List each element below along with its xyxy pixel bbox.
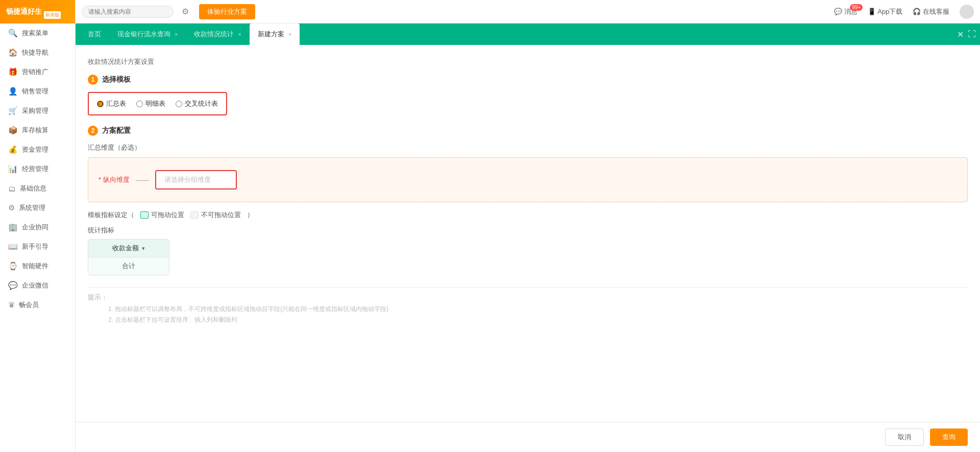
col-dropdown-arrow[interactable]: ▾ [142, 245, 145, 252]
member-icon: ♛ [8, 300, 15, 310]
tab-bank-flow[interactable]: 现金银行流水查询× [109, 23, 186, 45]
sidebar: 畅捷通好生 标准版 🔍搜索菜单🏠快捷导航🎁营销推广👤销售管理🛒采购管理📦库存核算… [0, 0, 76, 452]
content-inner: 收款情况统计方案设置 1 选择模板 汇总表明细表交叉统计表 2 方案配置 汇总维… [76, 45, 980, 422]
search-menu-icon: 🔍 [8, 29, 18, 38]
business-icon: 📊 [8, 164, 18, 174]
maximize-window-icon[interactable]: ⛶ [968, 30, 976, 39]
weixin-icon: 💬 [8, 281, 18, 290]
sidebar-item-finance[interactable]: 💰资金管理 [0, 140, 75, 159]
guide-icon: 📖 [8, 242, 18, 251]
dimension-section-title: 汇总维度（必选） [88, 143, 968, 152]
user-avatar[interactable] [960, 5, 974, 19]
tips-title: 提示： [88, 293, 968, 302]
query-button[interactable]: 查询 [930, 429, 968, 446]
tab-new-plan[interactable]: 新建方案× [250, 23, 300, 45]
indicator-header: 模板指标设定（ 可拖动位置 不可拖动位置 ） [88, 210, 968, 220]
template-selection-box: 汇总表明细表交叉统计表 [88, 92, 227, 115]
sidebar-item-basic-info[interactable]: 🗂基础信息 [0, 179, 75, 198]
tab-close-receipt-stats[interactable]: × [238, 31, 241, 37]
sidebar-item-label-member: 畅会员 [19, 300, 39, 310]
sidebar-item-enterprise[interactable]: 🏢企业协同 [0, 218, 75, 237]
legend-non-draggable-item: 不可拖动位置 [190, 210, 241, 220]
sidebar-item-label-search-menu: 搜索菜单 [22, 29, 48, 38]
inventory-icon: 📦 [8, 126, 18, 135]
radio-item-summary[interactable]: 汇总表 [97, 99, 126, 108]
tab-home[interactable]: 首页 [80, 23, 109, 45]
logo-badge: 标准版 [44, 11, 61, 19]
tab-close-new-plan[interactable]: × [288, 31, 291, 37]
step1-label: 选择模板 [102, 75, 131, 84]
app-download[interactable]: 📱 App下载 [868, 7, 902, 16]
tab-label-new-plan: 新建方案 [258, 30, 284, 39]
finance-icon: 💰 [8, 145, 18, 154]
sidebar-item-guide[interactable]: 📖新手引导 [0, 237, 75, 256]
vertical-dim-label: * 纵向维度 [99, 175, 130, 184]
step2-label: 方案配置 [102, 126, 131, 135]
search-input[interactable] [82, 6, 174, 18]
dimension-select[interactable]: 请选择分组维度 [155, 170, 237, 189]
radio-detail[interactable] [136, 101, 143, 107]
sidebar-item-label-business: 经营管理 [22, 164, 48, 174]
sidebar-item-business[interactable]: 📊经营管理 [0, 159, 75, 179]
radio-cross[interactable] [176, 101, 182, 107]
indicator-header-text: 模板指标设定（ [88, 210, 134, 220]
nav-tabs: 首页现金银行流水查询×收款情况统计×新建方案× ✕ ⛶ [76, 23, 980, 45]
radio-label-cross: 交叉统计表 [185, 99, 218, 108]
sidebar-item-member[interactable]: ♛畅会员 [0, 295, 75, 315]
sidebar-item-label-enterprise: 企业协同 [22, 223, 48, 232]
sidebar-item-label-inventory: 库存核算 [22, 126, 48, 135]
cancel-button[interactable]: 取消 [885, 429, 924, 446]
message-icon: 💬 [834, 8, 842, 15]
sidebar-item-search-menu[interactable]: 🔍搜索菜单 [0, 23, 75, 43]
sidebar-item-system[interactable]: ⚙系统管理 [0, 198, 75, 218]
stats-row-label: 合计 [88, 257, 169, 275]
radio-item-detail[interactable]: 明细表 [136, 99, 165, 108]
sidebar-item-marketing[interactable]: 🎁营销推广 [0, 62, 75, 82]
radio-label-detail: 明细表 [145, 99, 165, 108]
sidebar-logo: 畅捷通好生 标准版 [0, 0, 75, 23]
legend-draggable-box [140, 211, 149, 219]
sidebar-item-quick-nav[interactable]: 🏠快捷导航 [0, 43, 75, 62]
sidebar-item-label-quick-nav: 快捷导航 [22, 48, 48, 57]
download-icon: 📱 [868, 8, 876, 15]
purchase-icon: 🛒 [8, 106, 18, 115]
online-service[interactable]: 🎧 在线客服 [913, 7, 949, 16]
system-icon: ⚙ [8, 203, 15, 212]
download-label: App下载 [877, 8, 902, 15]
service-label: 在线客服 [923, 8, 949, 15]
settings-icon[interactable]: ⚙ [182, 7, 189, 16]
tab-close-bank-flow[interactable]: × [175, 31, 178, 37]
step1-num: 1 [88, 75, 98, 85]
sales-icon: 👤 [8, 87, 18, 96]
sidebar-item-label-basic-info: 基础信息 [20, 184, 46, 193]
sidebar-item-label-system: 系统管理 [19, 203, 45, 212]
sidebar-item-label-purchase: 采购管理 [22, 106, 48, 115]
step1-header: 1 选择模板 [88, 75, 968, 85]
radio-item-cross[interactable]: 交叉统计表 [176, 99, 218, 108]
topbar: ⚙ 体验行业方案 💬 消息 99+ 📱 App下载 🎧 在线客服 [76, 0, 980, 23]
topbar-right: 💬 消息 99+ 📱 App下载 🎧 在线客服 [834, 5, 974, 19]
sidebar-item-sales[interactable]: 👤销售管理 [0, 82, 75, 101]
marketing-icon: 🎁 [8, 67, 18, 77]
tip-item-0: 1. 拖动标题栏可以调整布局，不可跨维度或指标区域拖动目字段(只能在同一维度或指… [88, 305, 968, 314]
radio-summary[interactable] [97, 101, 104, 107]
message-badge[interactable]: 💬 消息 99+ [834, 7, 857, 16]
sidebar-item-weixin[interactable]: 💬企业微信 [0, 276, 75, 295]
close-window-icon[interactable]: ✕ [957, 30, 964, 39]
tab-receipt-stats[interactable]: 收款情况统计× [186, 23, 249, 45]
trial-button[interactable]: 体验行业方案 [199, 4, 255, 19]
quick-nav-icon: 🏠 [8, 48, 18, 57]
logo-text: 畅捷通好生 [6, 7, 42, 16]
main-area: ⚙ 体验行业方案 💬 消息 99+ 📱 App下载 🎧 在线客服 首页现金银行流… [76, 0, 980, 452]
legend-non-draggable-label: 不可拖动位置 [201, 210, 241, 220]
stats-col-label: 收款金额 [112, 244, 139, 253]
tab-label-home: 首页 [88, 30, 101, 39]
indicator-settings: 模板指标设定（ 可拖动位置 不可拖动位置 ） 统计指标 [88, 210, 968, 277]
content-area: 收款情况统计方案设置 1 选择模板 汇总表明细表交叉统计表 2 方案配置 汇总维… [76, 45, 980, 422]
sidebar-item-purchase[interactable]: 🛒采购管理 [0, 101, 75, 121]
sidebar-item-hardware[interactable]: ⌚智能硬件 [0, 256, 75, 276]
stats-col-header[interactable]: 收款金额 ▾ [88, 240, 169, 257]
basic-info-icon: 🗂 [8, 184, 16, 193]
stats-section-label: 统计指标 [88, 226, 968, 235]
sidebar-item-inventory[interactable]: 📦库存核算 [0, 121, 75, 140]
